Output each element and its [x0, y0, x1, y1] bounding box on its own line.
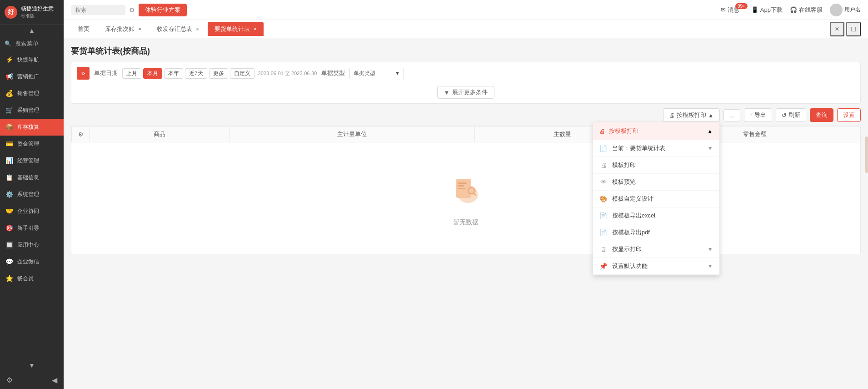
- col-unit-label: 主计量单位: [337, 131, 367, 137]
- sidebar-item-operations[interactable]: 📊 经营管理: [0, 152, 64, 169]
- export-excel-label: 按模板导出excel: [612, 212, 655, 220]
- default-func-label: 设置默认功能: [612, 262, 648, 270]
- col-product: 商品: [90, 126, 229, 142]
- tab-receipt-summary[interactable]: 收发存汇总表 ×: [150, 22, 206, 36]
- filter-bar: » 单据日期 上月 本月 本年 近7天 更多 自定义 2023-06-01 至 …: [71, 62, 861, 104]
- dropdown-default-func[interactable]: 📌 设置默认功能 ▼: [593, 258, 719, 275]
- online-service-item[interactable]: 🎧 在线客服: [790, 6, 823, 14]
- sidebar-item-purchase[interactable]: 🛒 采购管理: [0, 102, 64, 119]
- print-template-btn[interactable]: 🖨 按模板打印 ▲: [663, 108, 720, 122]
- tab-receipt-summary-close[interactable]: ×: [196, 26, 199, 32]
- print-label: 按模板打印: [677, 111, 706, 119]
- sidebar: 好 畅捷通好生意 标准版 ▲ 🔍 搜索菜单 ⚡ 快捷导航 📢 营销推广 💰 销售…: [0, 0, 64, 389]
- date-btn-current-month[interactable]: 本月: [143, 68, 162, 79]
- sidebar-item-guide[interactable]: 🎯 新手引导: [0, 220, 64, 237]
- topbar-left: ⚙ 体验行业方案: [71, 4, 187, 16]
- sidebar-nav: ⚡ 快捷导航 📢 营销推广 💰 销售管理 🛒 采购管理 📦 库存核算 💳 资金管…: [0, 51, 64, 360]
- dropdown-export-pdf[interactable]: 📄 按模板导出pdf: [593, 224, 719, 241]
- more-options-btn[interactable]: ...: [723, 109, 740, 121]
- settings-btn[interactable]: 设置: [837, 108, 861, 122]
- guide-icon: 🎯: [5, 224, 14, 232]
- sidebar-item-appstore[interactable]: 🔲 应用中心: [0, 237, 64, 253]
- sidebar-item-basic[interactable]: 📋 基础信息: [0, 169, 64, 186]
- vip-icon: ⭐: [5, 275, 14, 282]
- tab-inventory-batch[interactable]: 库存批次账 ×: [98, 22, 148, 36]
- scrollbar[interactable]: [865, 136, 868, 173]
- expand-label: 展开更多条件: [452, 88, 488, 96]
- scroll-up-btn[interactable]: ▲: [0, 25, 64, 36]
- sidebar-item-finance[interactable]: 💳 资金管理: [0, 136, 64, 152]
- sidebar-item-quick-nav[interactable]: ⚡ 快捷导航: [0, 51, 64, 68]
- guide-label: 新手引导: [17, 224, 39, 232]
- purchase-label: 采购管理: [17, 106, 39, 114]
- finance-icon: 💳: [5, 140, 14, 147]
- template-print-label: 模板打印: [612, 161, 636, 169]
- messages-item[interactable]: ✉ 消息 99+: [721, 6, 744, 14]
- dropdown-export-excel[interactable]: 📄 按模板导出excel: [593, 207, 719, 224]
- global-search-input[interactable]: [71, 5, 125, 15]
- sidebar-item-vip[interactable]: ⭐ 畅会员: [0, 270, 64, 287]
- appstore-icon: 🔲: [5, 241, 14, 248]
- refresh-btn[interactable]: ↺ 刷新: [776, 108, 806, 122]
- sidebar-item-sales[interactable]: 💰 销售管理: [0, 85, 64, 102]
- sidebar-item-inventory[interactable]: 📦 库存核算: [0, 119, 64, 136]
- expand-icon: ▼: [444, 89, 450, 96]
- window-close-btn[interactable]: ×: [830, 22, 844, 36]
- finance-label: 资金管理: [17, 140, 39, 148]
- col-settings[interactable]: ⚙: [72, 126, 90, 142]
- tab-home[interactable]: 首页: [71, 22, 96, 36]
- messages-badge: 99+: [735, 3, 748, 9]
- app-info: 畅捷通好生意 标准版: [21, 5, 54, 19]
- topbar-right: ✉ 消息 99+ 📱 App下载 🎧 在线客服 用户名: [721, 4, 861, 16]
- dropdown-display-print[interactable]: 🖥 按显示打印 ▼: [593, 241, 719, 258]
- default-chevron-icon: ▼: [708, 263, 713, 269]
- app-download-item[interactable]: 📱 App下载: [751, 6, 783, 14]
- dropdown-template-print[interactable]: 🖨 模板打印: [593, 157, 719, 174]
- sidebar-item-wechat[interactable]: 💬 企业微信: [0, 253, 64, 270]
- dropdown-template-preview[interactable]: 👁 模板预览: [593, 174, 719, 191]
- template-design-label: 模板自定义设计: [612, 195, 653, 203]
- tab-inventory-batch-close[interactable]: ×: [138, 26, 141, 32]
- current-chevron-icon: ▼: [708, 145, 713, 152]
- date-btn-this-year[interactable]: 本年: [164, 68, 183, 79]
- toolbar-wrapper: 🖨 按模板打印 ▲ 🖨 按模板打印 ▲: [71, 108, 861, 122]
- user-avatar-item[interactable]: 用户名: [830, 4, 861, 16]
- print-dropdown-menu: 🖨 按模板打印 ▲ 📄 当前：要货单统计表 ▼: [593, 122, 720, 275]
- scroll-down-btn[interactable]: ▼: [0, 360, 64, 371]
- topbar-gear-icon[interactable]: ⚙: [129, 6, 135, 14]
- sidebar-item-marketing[interactable]: 📢 营销推广: [0, 68, 64, 85]
- col-quantity-label: 主数量: [554, 131, 571, 137]
- export-pdf-label: 按模板导出pdf: [612, 228, 650, 237]
- date-btn-more[interactable]: 更多: [209, 68, 228, 79]
- order-type-select[interactable]: 单据类型 ▼: [349, 68, 404, 79]
- tab-order-stats-close[interactable]: ×: [254, 26, 257, 32]
- tab-order-stats[interactable]: 要货单统计表 ×: [208, 22, 264, 36]
- table-wrapper: ⚙ 商品 主计量单位 主数量 零售金额: [71, 126, 861, 254]
- filter-row: » 单据日期 上月 本月 本年 近7天 更多 自定义 2023-06-01 至 …: [77, 67, 855, 80]
- trial-btn[interactable]: 体验行业方案: [139, 4, 187, 16]
- collapse-icon[interactable]: ◀: [52, 376, 57, 384]
- tab-home-label: 首页: [78, 25, 90, 33]
- filter-expand-arrow[interactable]: »: [77, 67, 90, 80]
- export-btn[interactable]: ↑ 导出: [744, 108, 773, 122]
- sales-label: 销售管理: [17, 90, 39, 97]
- column-settings-icon[interactable]: ⚙: [78, 131, 84, 138]
- dropdown-header-text: 按模板打印: [609, 127, 639, 135]
- dropdown-current-item[interactable]: 📄 当前：要货单统计表 ▼: [593, 140, 719, 157]
- window-maximize-btn[interactable]: □: [846, 22, 861, 36]
- query-label: 查询: [816, 111, 828, 119]
- basic-label: 基础信息: [17, 174, 39, 182]
- date-btn-custom[interactable]: 自定义: [230, 68, 254, 79]
- search-menu-label: 搜索菜单: [15, 40, 39, 48]
- dropdown-template-design[interactable]: 🎨 模板自定义设计: [593, 191, 719, 207]
- dropdown-header[interactable]: 🖨 按模板打印 ▲: [593, 122, 719, 140]
- sidebar-item-system[interactable]: ⚙️ 系统管理: [0, 186, 64, 203]
- date-btn-7days[interactable]: 近7天: [185, 68, 207, 79]
- date-btn-last-month[interactable]: 上月: [122, 68, 141, 79]
- query-btn[interactable]: 查询: [810, 108, 833, 122]
- search-menu[interactable]: 🔍 搜索菜单: [0, 36, 64, 51]
- display-chevron-icon: ▼: [708, 246, 713, 253]
- expand-more-btn[interactable]: ▼ 展开更多条件: [437, 86, 495, 99]
- settings-icon[interactable]: ⚙: [6, 376, 13, 384]
- sidebar-item-cooperation[interactable]: 🤝 企业协同: [0, 203, 64, 220]
